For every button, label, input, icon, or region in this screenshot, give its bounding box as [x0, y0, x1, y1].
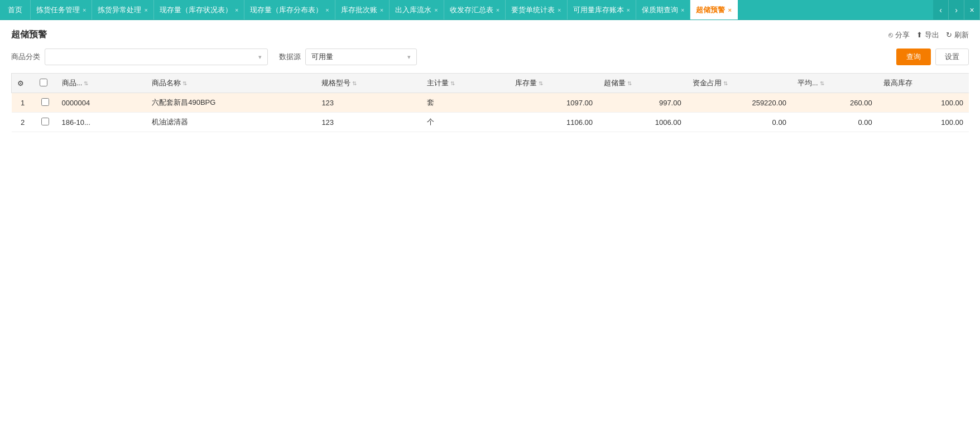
th-code[interactable]: 商品... ⇅: [56, 74, 147, 93]
share-button[interactable]: ⎋ 分享: [888, 30, 910, 40]
tab-xianzun2[interactable]: 现存量（库存分布表） ×: [244, 0, 335, 20]
close-tab-yaodan[interactable]: ×: [558, 7, 561, 13]
row-stock-1: 1106.00: [510, 113, 598, 132]
sort-icon-name: ⇅: [182, 80, 187, 86]
nav-close-all[interactable]: ×: [964, 0, 980, 20]
settings-button[interactable]: 设置: [935, 49, 969, 65]
datasource-select[interactable]: 可用量 ▾: [305, 49, 417, 65]
nav-home[interactable]: 首页: [0, 0, 31, 20]
chevron-down-icon: ▾: [258, 54, 262, 61]
page-content: 超储预警 ⎋ 分享 ⬆ 导出 ↻ 刷新 商品分类 ▾ 数据源: [0, 20, 980, 446]
tab-huizong[interactable]: 收发存汇总表 ×: [444, 0, 506, 20]
tab-liushui[interactable]: 出入库流水 ×: [390, 0, 444, 20]
table-row: 1 0000004 六配套新昌490BPG 123 套 1097.00 997.…: [12, 93, 969, 113]
close-tab-keyong[interactable]: ×: [627, 7, 630, 13]
tab-pici[interactable]: 库存批次账 ×: [335, 0, 390, 20]
select-all-checkbox[interactable]: [40, 79, 47, 86]
tab-chaochuo[interactable]: 超储预警 ×: [690, 0, 737, 20]
sort-icon-code: ⇅: [84, 80, 88, 86]
row-spec-1: 123: [316, 113, 421, 132]
filter-buttons: 查询 设置: [896, 49, 969, 65]
nav-arrow-group: ‹ › ×: [933, 0, 980, 20]
sort-icon-avg: ⇅: [820, 80, 824, 86]
row-maxstock-1: 100.00: [878, 113, 969, 132]
table-row: 2 186-10... 机油滤清器 123 个 1106.00 1006.00 …: [12, 113, 969, 132]
close-tab-liushui[interactable]: ×: [434, 7, 438, 13]
row-num-0: 1: [12, 93, 34, 113]
category-select[interactable]: ▾: [45, 49, 268, 65]
row-avg-0: 260.00: [792, 93, 878, 113]
data-table: ⚙ 商品... ⇅ 商品名称 ⇅: [11, 73, 969, 132]
filter-category: 商品分类 ▾: [11, 49, 268, 65]
category-label: 商品分类: [11, 52, 40, 62]
row-overstock-1: 1006.00: [598, 113, 687, 132]
sort-icon-unit: ⇅: [450, 80, 455, 86]
sort-icon-capital: ⇅: [723, 80, 728, 86]
row-checkbox-1[interactable]: [34, 113, 56, 132]
th-name[interactable]: 商品名称 ⇅: [146, 74, 316, 93]
row-select-1[interactable]: [41, 118, 49, 125]
top-navigation: 首页 拣货任务管理 × 拣货异常处理 × 现存量（库存状况表） × 现存量（库存…: [0, 0, 980, 20]
close-tab-pici[interactable]: ×: [380, 7, 383, 13]
datasource-label: 数据源: [279, 52, 301, 62]
share-icon: ⎋: [888, 31, 893, 39]
row-capital-1: 0.00: [687, 113, 792, 132]
row-code-1: 186-10...: [56, 113, 147, 132]
page-title: 超储预警: [11, 29, 47, 41]
close-tab-xianzun1[interactable]: ×: [235, 7, 238, 13]
th-capital[interactable]: 资金占用 ⇅: [687, 74, 792, 93]
th-unit[interactable]: 主计量 ⇅: [421, 74, 510, 93]
tab-jinhua[interactable]: 拣货任务管理 ×: [31, 0, 92, 20]
row-code-0: 0000004: [56, 93, 147, 113]
tab-yichang[interactable]: 拣货异常处理 ×: [92, 0, 153, 20]
th-checkbox: [34, 74, 56, 93]
close-tab-baozhi[interactable]: ×: [681, 7, 684, 13]
tab-xianzun1[interactable]: 现存量（库存状况表） ×: [154, 0, 244, 20]
close-tab-jinhua[interactable]: ×: [83, 7, 86, 13]
close-tab-xianzun2[interactable]: ×: [325, 7, 329, 13]
row-name-1: 机油滤清器: [146, 113, 316, 132]
table-header-row: ⚙ 商品... ⇅ 商品名称 ⇅: [12, 74, 969, 93]
row-checkbox-0[interactable]: [34, 93, 56, 113]
close-tab-chaochuo[interactable]: ×: [728, 7, 731, 13]
tab-yaodan[interactable]: 要货单统计表 ×: [506, 0, 567, 20]
filter-datasource: 数据源 可用量 ▾: [279, 49, 417, 65]
row-num-1: 2: [12, 113, 34, 132]
th-stock[interactable]: 库存量 ⇅: [510, 74, 598, 93]
gear-icon: ⚙: [17, 79, 24, 88]
chevron-down-icon-2: ▾: [407, 54, 411, 61]
th-avg[interactable]: 平均... ⇅: [792, 74, 878, 93]
row-unit-0: 套: [421, 93, 510, 113]
header-actions: ⎋ 分享 ⬆ 导出 ↻ 刷新: [888, 30, 969, 40]
close-tab-huizong[interactable]: ×: [496, 7, 499, 13]
th-maxstock: 最高库存: [878, 74, 969, 93]
close-tab-yichang[interactable]: ×: [144, 7, 147, 13]
row-select-0[interactable]: [41, 98, 49, 106]
export-button[interactable]: ⬆ 导出: [916, 30, 939, 40]
refresh-button[interactable]: ↻ 刷新: [946, 30, 969, 40]
row-stock-0: 1097.00: [510, 93, 598, 113]
th-spec[interactable]: 规格型号 ⇅: [316, 74, 421, 93]
nav-arrow-left[interactable]: ‹: [933, 0, 949, 20]
nav-arrow-right[interactable]: ›: [949, 0, 964, 20]
sort-icon-stock: ⇅: [539, 80, 543, 86]
row-avg-1: 0.00: [792, 113, 878, 132]
th-gear[interactable]: ⚙: [12, 74, 34, 93]
row-spec-0: 123: [316, 93, 421, 113]
row-overstock-0: 997.00: [598, 93, 687, 113]
row-capital-0: 259220.00: [687, 93, 792, 113]
refresh-icon: ↻: [946, 31, 952, 39]
sort-icon-spec: ⇅: [352, 80, 357, 86]
filter-row: 商品分类 ▾ 数据源 可用量 ▾ 查询 设置: [11, 49, 969, 65]
tab-keyong[interactable]: 可用量库存账本 ×: [568, 0, 636, 20]
th-overstock[interactable]: 超储量 ⇅: [598, 74, 687, 93]
row-maxstock-0: 100.00: [878, 93, 969, 113]
row-name-0: 六配套新昌490BPG: [146, 93, 316, 113]
sort-icon-overstock: ⇅: [627, 80, 632, 86]
query-button[interactable]: 查询: [896, 49, 931, 65]
export-icon: ⬆: [916, 31, 923, 39]
datasource-select-value: 可用量: [311, 52, 333, 62]
row-unit-1: 个: [421, 113, 510, 132]
tab-baozhi[interactable]: 保质期查询 ×: [636, 0, 690, 20]
page-header: 超储预警 ⎋ 分享 ⬆ 导出 ↻ 刷新: [11, 29, 969, 41]
